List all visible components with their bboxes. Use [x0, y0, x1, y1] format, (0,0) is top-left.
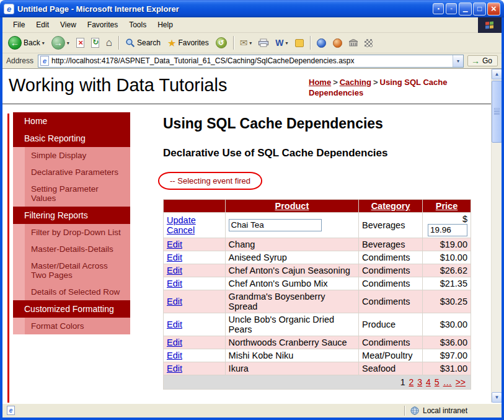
minimize-button[interactable]: ▁: [459, 2, 472, 16]
sidebar-item-declarative-parameters[interactable]: Declarative Parameters: [13, 164, 130, 181]
scrollbar-thumb[interactable]: [492, 81, 502, 143]
menu-edit[interactable]: Edit: [30, 17, 55, 32]
pager-ellipsis-link[interactable]: …: [443, 377, 452, 387]
menu-favorites[interactable]: Favorites: [82, 17, 123, 32]
header-cell-price: Price: [423, 199, 471, 212]
address-label: Address: [6, 56, 33, 65]
update-link[interactable]: Update: [167, 215, 196, 225]
mail-button[interactable]: ✉ ▾: [237, 36, 255, 50]
word-icon: W: [275, 38, 283, 48]
price-cell: $31.00: [423, 362, 471, 375]
category-cell: Condiments: [359, 290, 423, 313]
status-zone-text: Local intranet: [423, 406, 467, 415]
sidebar-item-master-details-details[interactable]: Master-Details-Details: [13, 241, 130, 257]
favorites-button[interactable]: ★ Favorites: [164, 36, 212, 50]
breadcrumb: Home>Caching>Using SQL Cache Dependencie…: [309, 75, 475, 99]
price-input[interactable]: [428, 224, 467, 236]
edit-with-word-button[interactable]: W ▾: [272, 37, 291, 49]
pager-next-link[interactable]: >>: [456, 377, 466, 387]
edit-link[interactable]: Edit: [167, 351, 182, 360]
sidebar-item-customized-formatting[interactable]: Customized Formatting: [13, 300, 130, 318]
vertical-scrollbar[interactable]: ▲ ▼: [491, 69, 502, 403]
sidebar-item-filtering-reports[interactable]: Filtering Reports: [13, 207, 130, 224]
stop-button[interactable]: ×: [73, 37, 87, 49]
edit-link[interactable]: Edit: [167, 319, 182, 329]
title-bar[interactable]: e Untitled Page - Microsoft Internet Exp…: [0, 0, 504, 17]
product-cell: Northwoods Cranberry Sauce: [225, 336, 359, 349]
media-button[interactable]: [330, 37, 345, 49]
sidebar-item-details-of-selected-row[interactable]: Details of Selected Row: [13, 284, 130, 300]
scroll-up-button[interactable]: ▲: [492, 69, 502, 79]
page-icon: e: [40, 56, 49, 66]
menu-file[interactable]: File: [7, 17, 30, 32]
word-dropdown-icon[interactable]: ▾: [286, 40, 288, 46]
breadcrumb-home-link[interactable]: Home: [309, 78, 331, 87]
pager-current-page: 1: [400, 377, 405, 387]
edit-link[interactable]: Edit: [167, 297, 182, 306]
sort-category-link[interactable]: Category: [371, 201, 410, 211]
breadcrumb-separator: >: [333, 78, 338, 87]
forward-button[interactable]: → ▾: [48, 35, 73, 51]
sidebar-item-setting-parameter-values[interactable]: Setting Parameter Values: [13, 181, 130, 207]
refresh-button[interactable]: ↻: [88, 37, 102, 49]
toolbar-separator: [310, 36, 311, 50]
pager-page-5-link[interactable]: 5: [435, 377, 440, 387]
messenger-icon: [317, 38, 326, 48]
edit-link[interactable]: Edit: [167, 364, 182, 373]
close-button[interactable]: ×: [487, 2, 500, 16]
category-cell: Condiments: [359, 264, 423, 277]
sidebar-item-home[interactable]: Home: [13, 112, 130, 130]
edit-link[interactable]: Edit: [167, 279, 182, 288]
cancel-link[interactable]: Cancel: [167, 225, 195, 235]
sidebar-item-basic-reporting[interactable]: Basic Reporting: [13, 130, 130, 147]
nav-indent: [13, 284, 25, 300]
research-button[interactable]: [346, 38, 361, 48]
back-dropdown-icon[interactable]: ▾: [42, 40, 45, 46]
discuss-button[interactable]: [292, 38, 307, 48]
maximize-button[interactable]: □: [473, 2, 486, 16]
menu-view[interactable]: View: [55, 17, 82, 32]
mail-dropdown-icon[interactable]: ▾: [249, 40, 252, 46]
sidebar-item-master-detail-across-two-pages[interactable]: Master/Detail Across Two Pages: [13, 257, 130, 284]
address-input[interactable]: [49, 56, 453, 66]
pager-page-3-link[interactable]: 3: [417, 377, 422, 387]
edit-link[interactable]: Edit: [167, 252, 182, 262]
product-row: Edit Chang Beverages $19.00: [164, 238, 471, 251]
history-button[interactable]: ↺: [213, 36, 230, 50]
address-dropdown-button[interactable]: ▾: [453, 55, 463, 67]
windows-flag-throbber: [478, 17, 502, 33]
search-button[interactable]: Search: [122, 37, 164, 49]
product-row: Edit Uncle Bob's Organic Dried Pears Pro…: [164, 313, 471, 336]
back-button[interactable]: ← Back ▾: [5, 35, 48, 51]
dither-grid-button[interactable]: [361, 38, 376, 48]
main-content: Using SQL Cache Dependencies Declarative…: [163, 104, 473, 390]
edit-link[interactable]: Edit: [167, 266, 182, 275]
sidebar-item-simple-display[interactable]: Simple Display: [13, 147, 130, 164]
sidebar-item-filter-by-drop-down-list[interactable]: Filter by Drop-Down List: [13, 224, 130, 241]
sort-product-link[interactable]: Product: [275, 201, 309, 211]
window-extra-button-2[interactable]: ▫: [446, 3, 457, 14]
go-button[interactable]: → Go: [467, 55, 498, 66]
product-name-input[interactable]: [229, 219, 322, 231]
sort-price-link[interactable]: Price: [436, 201, 458, 211]
sidebar-nav: Home Basic Reporting Simple Display Decl…: [13, 112, 130, 390]
pager-page-2-link[interactable]: 2: [409, 377, 413, 387]
windows-flag-icon: [485, 21, 494, 29]
sidebar-item-format-colors[interactable]: Format Colors: [13, 318, 130, 334]
scroll-down-icon: ▼: [495, 395, 500, 400]
home-button[interactable]: ⌂: [103, 35, 115, 50]
home-icon: ⌂: [106, 37, 112, 49]
edit-link[interactable]: Edit: [167, 337, 182, 347]
window-extra-button-1[interactable]: ▪: [433, 3, 444, 14]
edit-link[interactable]: Edit: [167, 239, 182, 249]
menu-help[interactable]: Help: [152, 17, 179, 32]
print-button[interactable]: [255, 37, 272, 48]
scroll-down-button[interactable]: ▼: [492, 392, 502, 403]
status-page-icon: e: [7, 406, 15, 415]
messenger-button[interactable]: [314, 37, 329, 49]
history-icon: ↺: [216, 37, 227, 48]
pager-page-4-link[interactable]: 4: [426, 377, 431, 387]
menu-tools[interactable]: Tools: [123, 17, 152, 32]
products-gridview: Product Category Price Update Cancel Bev…: [163, 199, 471, 390]
breadcrumb-caching-link[interactable]: Caching: [340, 78, 371, 87]
